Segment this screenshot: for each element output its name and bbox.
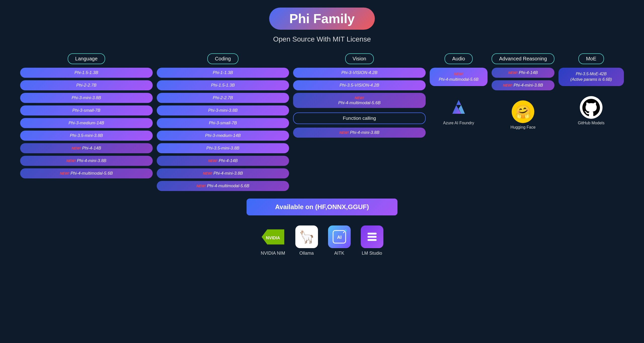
vision-header: Vision: [345, 53, 374, 64]
bottom-icons-row: NVIDIA NVIDIA NIM 🦙 Ollama AI: [151, 225, 493, 256]
code-phi-4-14b: NEW! Phi-4-14B: [157, 156, 289, 166]
fc-phi-4-mini: NEW! Phi-4-mini-3.8B: [293, 128, 426, 138]
lang-phi-3-small: Phi-3-small-7B: [20, 105, 153, 116]
ollama-icon: 🦙: [295, 225, 318, 248]
lang-phi-3-medium: Phi-3-medium-14B: [20, 118, 153, 128]
aitk-label: AITK: [334, 251, 344, 256]
moe-column: MoE Phi-3.5-MoE-42B(Active params is 6.6…: [558, 53, 624, 125]
vision-column: Vision Phi-3-VISION-4.2B Phi-3.5-VISION-…: [293, 53, 426, 138]
azure-label: Azure AI Foundry: [443, 121, 474, 125]
lang-phi-3-5-mini: Phi-3.5-mini-3.8B: [20, 131, 153, 141]
page-container: Phi Family Open Source With MIT License …: [5, 8, 639, 256]
svg-text:NVIDIA: NVIDIA: [266, 235, 280, 240]
audio-header: Audio: [445, 53, 472, 64]
lang-phi-4-mm: NEW! Phi-4-multimodal-5.6B: [20, 168, 153, 178]
nvidia-label: NVIDIA NIM: [261, 251, 285, 256]
code-phi-4-mini: NEW! Phi-4-mini-3.8B: [157, 168, 289, 178]
audio-phi-4-mm: NEW!Phi-4-multimodal-5.6B: [430, 68, 488, 86]
coding-header: Coding: [207, 53, 238, 64]
lang-phi-4-mini: NEW! Phi-4-mini-3.8B: [20, 156, 153, 166]
code-phi-3-mini: Phi-3-mini-3.8B: [157, 105, 289, 116]
audio-column: Audio NEW!Phi-4-multimodal-5.6B: [430, 53, 488, 125]
lmstudio-item: LM Studio: [361, 225, 383, 256]
lang-phi-4-14b: NEW! Phi-4-14B: [20, 143, 153, 153]
ollama-item: 🦙 Ollama: [295, 225, 318, 256]
lmstudio-label: LM Studio: [362, 251, 382, 256]
code-phi-3-small: Phi-3-small-7B: [157, 118, 289, 128]
title-pill: Phi Family: [269, 8, 375, 30]
lang-phi-1-5: Phi-1.5-1.3B: [20, 68, 153, 78]
vision-phi-3: Phi-3-VISION-4.2B: [293, 68, 426, 78]
huggingface-label: Hugging Face: [510, 125, 536, 130]
code-phi-2: Phi-2-2.7B: [157, 93, 289, 103]
azure-icon: [447, 96, 470, 119]
code-phi-4-mm: NEW! Phi-4-multimodal-5.6B: [157, 181, 289, 191]
ollama-label: Ollama: [299, 251, 314, 256]
github-label: GitHub Models: [578, 121, 605, 125]
main-grid: Language Phi-1.5-1.3B Phi-2-2.7B Phi-3-m…: [20, 53, 624, 191]
code-phi-1-5: Phi-1.5-1.3B: [157, 80, 289, 90]
coding-column: Coding Phi-1-1.3B Phi-1.5-1.3B Phi-2-2.7…: [157, 53, 289, 191]
moe-header: MoE: [578, 53, 604, 64]
advanced-reasoning-header: Advanced Reasoning: [492, 53, 554, 64]
language-header: Language: [68, 53, 105, 64]
subtitle-text: Open Source With MIT License: [273, 35, 371, 43]
aitk-icon: AI: [328, 225, 351, 248]
adv-phi-4-14b: NEW! Phi-4-14B: [492, 68, 554, 78]
adv-phi-4-mini: NEW! Phi-4-mini-3.8B: [492, 80, 554, 90]
function-calling-box: Function calling: [293, 112, 426, 124]
moe-phi-3-5: Phi-3.5-MoE-42B(Active params is 6.6B): [558, 68, 624, 86]
svg-point-6: [345, 230, 347, 232]
code-phi-3-5-mini: Phi-3.5-mini-3.8B: [157, 143, 289, 153]
huggingface-icon: 🤗: [512, 100, 534, 123]
svg-rect-8: [368, 236, 377, 238]
lmstudio-icon: [361, 225, 383, 248]
huggingface-icon-area: 🤗 Hugging Face: [510, 100, 536, 130]
nvidia-item: NVIDIA NVIDIA NIM: [261, 225, 285, 256]
title-text: Phi Family: [289, 11, 355, 26]
subtitle: Open Source With MIT License: [5, 35, 639, 43]
vision-phi-4-mm: NEW!Phi-4-multimodal-5.6B: [293, 93, 426, 108]
svg-text:AI: AI: [337, 235, 342, 240]
code-phi-3-medium: Phi-3-medium-14B: [157, 131, 289, 141]
vision-phi-3-5: Phi-3.5-VISION-4.2B: [293, 80, 426, 90]
github-icon-area: GitHub Models: [578, 96, 605, 125]
svg-rect-9: [368, 239, 377, 241]
svg-rect-7: [368, 233, 377, 235]
aitk-item: AI AITK: [328, 225, 351, 256]
bottom-section: Available on (HF,ONNX,GGUF) NVIDIA NVIDI…: [146, 199, 498, 256]
language-column: Language Phi-1.5-1.3B Phi-2-2.7B Phi-3-m…: [20, 53, 153, 178]
available-banner: Available on (HF,ONNX,GGUF): [247, 199, 397, 215]
nvidia-icon: NVIDIA: [262, 225, 284, 248]
lang-phi-2: Phi-2-2.7B: [20, 80, 153, 90]
advanced-reasoning-column: Advanced Reasoning NEW! Phi-4-14B NEW! P…: [492, 53, 554, 130]
page-title: Phi Family: [5, 8, 639, 33]
lang-phi-3-mini: Phi-3-mini-3.8B: [20, 93, 153, 103]
azure-icon-area: Azure AI Foundry: [443, 96, 474, 125]
code-phi-1: Phi-1-1.3B: [157, 68, 289, 78]
github-icon: [580, 96, 602, 119]
svg-marker-0: [452, 100, 461, 114]
